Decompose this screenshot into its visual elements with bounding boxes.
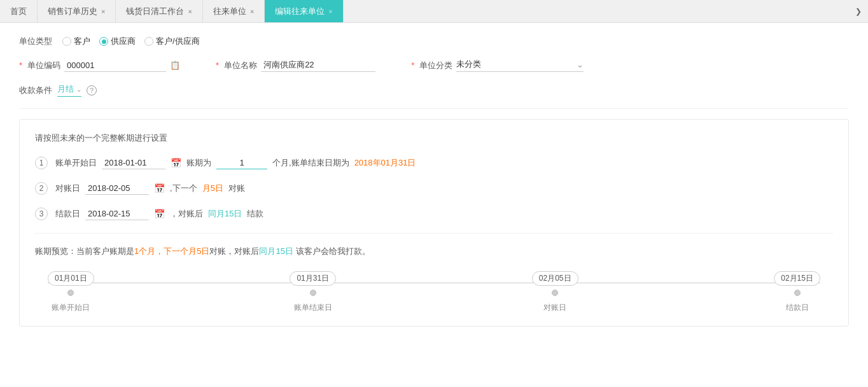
timeline-dot-0 — [67, 290, 74, 296]
setting-row-1: 1 账单开始日 📅 账期为 个月,账单结束日期为 2018年01月31日 — [35, 157, 833, 169]
row-number-1: 1 — [35, 157, 48, 169]
row-content-3: 结款日 📅 ，对账后同月15日 结款 — [55, 208, 263, 220]
radio-customer-circle — [62, 37, 71, 46]
row-content-2: 对账日 📅 ,下一个月5日 对账 — [55, 182, 245, 195]
tab-edit-partner-close[interactable]: × — [328, 8, 332, 15]
card-section: 请按照未来的一个完整帐期进行设置 1 账单开始日 📅 账期为 个月,账单结束日期… — [19, 119, 849, 327]
timeline-pill-2: 02月05日 — [532, 271, 578, 286]
radio-both-circle — [144, 37, 153, 46]
timeline-label-2: 对账日 — [543, 302, 566, 313]
row3-suffix-pre: ，对账后 — [170, 208, 203, 220]
unit-category-required: * — [411, 60, 414, 70]
timeline-label-0: 账单开始日 — [52, 302, 90, 313]
tab-cash-work-label: 钱货日清工作台 — [126, 6, 184, 17]
setting-row-2: 2 对账日 📅 ,下一个月5日 对账 — [35, 182, 833, 195]
row2-label: 对账日 — [55, 183, 80, 194]
radio-both-label: 客户/供应商 — [156, 36, 200, 47]
tab-edit-partner[interactable]: 编辑往来单位 × — [265, 0, 343, 22]
tab-partner-unit-close[interactable]: × — [250, 8, 254, 15]
preview-period: 1个月， — [134, 246, 164, 256]
unit-type-row: 单位类型 客户 供应商 客户/供应商 — [19, 36, 849, 47]
row1-calendar-icon[interactable]: 📅 — [171, 158, 181, 168]
preview-tail: 该客户会给我打款。 — [296, 246, 370, 256]
unit-type-label: 单位类型 — [19, 36, 52, 47]
unit-name-required: * — [216, 60, 219, 70]
unit-code-label: 单位编码 — [27, 60, 60, 71]
timeline-label-3: 结款日 — [786, 302, 809, 313]
unit-code-input[interactable] — [64, 59, 166, 72]
row2-calendar-icon[interactable]: 📅 — [154, 183, 165, 194]
row1-period-end: 2018年01月31日 — [354, 157, 416, 169]
tab-sales-history-close[interactable]: × — [101, 8, 105, 15]
payment-term-value: 月结 — [57, 83, 74, 95]
category-dropdown-icon[interactable]: ⌄ — [577, 60, 584, 69]
unit-name-input[interactable] — [261, 59, 375, 72]
payment-term-label: 收款条件 — [19, 85, 52, 96]
radio-both[interactable]: 客户/供应商 — [144, 36, 200, 47]
row1-period-input[interactable] — [216, 157, 267, 169]
tab-sales-history-label: 销售订单历史 — [48, 6, 97, 17]
timeline-pill-1: 01月31日 — [290, 271, 336, 286]
tab-cash-work-close[interactable]: × — [188, 8, 192, 15]
timeline-node-1: 01月31日 账单结束日 — [290, 271, 336, 313]
row2-suffix-highlight: 月5日 — [202, 183, 223, 194]
unit-info-row: * 单位编码 📋 * 单位名称 * 单位分类 未分类 ⌄ — [19, 59, 849, 72]
copy-icon[interactable]: 📋 — [170, 60, 180, 70]
payment-term-select[interactable]: 月结 ⌄ — [57, 83, 81, 97]
card-title: 请按照未来的一个完整帐期进行设置 — [35, 132, 833, 144]
preview-mid2: 对账，对账后 — [209, 246, 259, 256]
payment-term-arrow[interactable]: ⌄ — [76, 86, 81, 93]
unit-category-select[interactable]: 未分类 ⌄ — [456, 59, 584, 72]
radio-supplier-label: 供应商 — [111, 36, 136, 47]
timeline-dot-2 — [552, 290, 558, 296]
unit-name-label: 单位名称 — [224, 60, 257, 71]
preview-label: 账期预览：当前客户账期是 — [35, 246, 134, 256]
row1-date-input[interactable] — [102, 157, 165, 169]
payment-term-row: 收款条件 月结 ⌄ ? — [19, 83, 849, 97]
row3-suffix-highlight: 同月15日 — [208, 208, 242, 220]
row-number-2: 2 — [35, 182, 48, 195]
timeline-dot-3 — [794, 290, 801, 296]
row3-label: 结款日 — [55, 208, 80, 220]
row2-suffix-pre: ,下一个 — [170, 183, 197, 194]
row2-date-input[interactable] — [85, 182, 149, 195]
unit-category-value: 未分类 — [456, 59, 574, 70]
unit-code-required: * — [19, 60, 22, 70]
timeline-dot-1 — [310, 290, 316, 296]
row-content-1: 账单开始日 📅 账期为 个月,账单结束日期为 2018年01月31日 — [55, 157, 416, 169]
radio-supplier[interactable]: 供应商 — [99, 36, 136, 47]
unit-name-field: * 单位名称 — [216, 59, 375, 72]
tab-sales-history[interactable]: 销售订单历史 × — [38, 0, 116, 22]
timeline-items: 01月01日 账单开始日 01月31日 账单结束日 02月05日 对账日 02月… — [48, 271, 820, 313]
timeline-container: 01月01日 账单开始日 01月31日 账单结束日 02月05日 对账日 02月… — [35, 271, 833, 313]
help-icon[interactable]: ? — [87, 85, 97, 95]
card-divider — [35, 233, 833, 234]
unit-category-label: 单位分类 — [419, 60, 452, 71]
row3-date-input[interactable] — [85, 208, 149, 220]
tab-home-label: 首页 — [10, 6, 27, 17]
radio-customer[interactable]: 客户 — [62, 36, 90, 47]
radio-supplier-circle — [99, 37, 108, 46]
timeline-pill-3: 02月15日 — [774, 271, 820, 286]
tab-cash-work[interactable]: 钱货日清工作台 × — [116, 0, 202, 22]
row-number-3: 3 — [35, 208, 48, 220]
tab-bar: 首页 销售订单历史 × 钱货日清工作台 × 往来单位 × 编辑往来单位 × ❯ — [0, 0, 868, 23]
setting-row-3: 3 结款日 📅 ，对账后同月15日 结款 — [35, 208, 833, 220]
tab-home[interactable]: 首页 — [0, 0, 38, 22]
unit-category-field: * 单位分类 未分类 ⌄ — [411, 59, 584, 72]
tab-edit-partner-label: 编辑往来单位 — [275, 6, 325, 17]
row3-suffix-post: 结款 — [247, 208, 263, 220]
unit-type-radio-group: 客户 供应商 客户/供应商 — [62, 36, 200, 47]
row3-calendar-icon[interactable]: 📅 — [154, 209, 165, 219]
row1-label: 账单开始日 — [55, 157, 97, 169]
tab-arrow[interactable]: ❯ — [849, 0, 868, 22]
row2-suffix-post: 对账 — [228, 183, 245, 194]
timeline-node-0: 01月01日 账单开始日 — [48, 271, 94, 313]
preview-end: 同月15日 — [259, 246, 293, 256]
row1-period-pre: 账期为 — [186, 157, 211, 169]
tab-partner-unit-label: 往来单位 — [213, 6, 246, 17]
timeline-label-1: 账单结束日 — [294, 302, 332, 313]
tab-partner-unit[interactable]: 往来单位 × — [203, 0, 265, 22]
unit-code-field: * 单位编码 📋 — [19, 59, 180, 72]
preview-mid: 下一个月5日 — [164, 246, 209, 256]
